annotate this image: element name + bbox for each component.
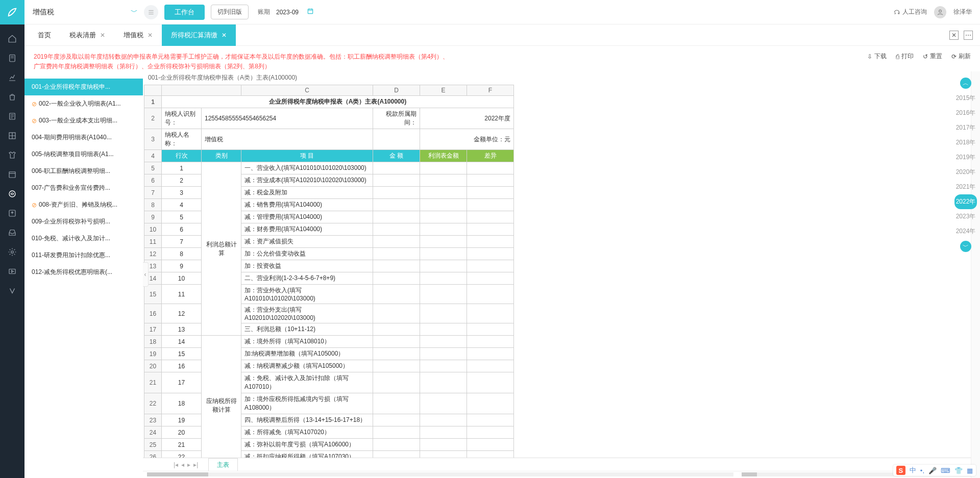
cell[interactable] — [420, 260, 467, 272]
cell[interactable]: 2 — [162, 174, 202, 187]
close-icon[interactable]: ✕ — [148, 32, 153, 39]
row-head[interactable]: 17 — [144, 323, 162, 336]
cell[interactable] — [373, 187, 420, 199]
cell[interactable] — [420, 439, 467, 451]
cell[interactable]: 应纳税所得额计算 — [202, 336, 241, 458]
cell[interactable] — [420, 223, 467, 236]
nav-export-icon[interactable] — [7, 208, 17, 218]
workbench-button[interactable]: 工作台 — [164, 5, 205, 20]
cell[interactable] — [467, 414, 514, 426]
row-head[interactable]: 20 — [144, 360, 162, 372]
cell[interactable] — [467, 211, 514, 223]
cell[interactable]: 减：境外所得（填写A108010） — [241, 336, 373, 348]
cell[interactable]: 125545855554554656254 — [202, 108, 373, 129]
col-head-c[interactable]: C — [241, 85, 373, 96]
cell[interactable]: 8 — [162, 248, 202, 260]
year-pill[interactable]: 2016年 — [954, 106, 977, 120]
cell[interactable] — [373, 174, 420, 187]
cell[interactable] — [373, 426, 420, 439]
cell[interactable] — [373, 285, 420, 304]
tree-item[interactable]: ⊘008-资产折旧、摊销及纳税... — [24, 196, 143, 213]
cell[interactable] — [373, 129, 420, 150]
sheet-last-icon[interactable]: ▸| — [193, 461, 198, 468]
cell[interactable]: 减：财务费用(填写A104000) — [241, 223, 373, 236]
cell[interactable]: 17 — [162, 372, 202, 393]
cell[interactable]: 加：境外应税所得抵减境内亏损（填写A108000） — [241, 393, 373, 414]
tree-item[interactable]: ⊘002-一般企业收入明细表(A1... — [24, 95, 143, 112]
row-head[interactable]: 24 — [144, 426, 162, 439]
cell[interactable] — [467, 372, 514, 393]
company-select[interactable]: 增值税 ﹀ — [33, 8, 138, 17]
row-head[interactable]: 19 — [144, 348, 162, 360]
cell[interactable]: 2022年度 — [420, 108, 514, 129]
consult-link[interactable]: 人工咨询 — [893, 8, 927, 16]
nav-calendar-icon[interactable] — [7, 169, 17, 180]
cell[interactable] — [420, 426, 467, 439]
row-head[interactable]: 1 — [144, 96, 162, 108]
cell[interactable]: 减：营业外支出(填写A102010\102020\103000) — [241, 304, 373, 323]
cell[interactable] — [373, 336, 420, 348]
hscroll[interactable] — [143, 471, 980, 478]
row-head[interactable]: 26 — [144, 451, 162, 458]
cell[interactable] — [373, 451, 420, 458]
ime-lang[interactable]: 中 — [910, 466, 916, 475]
cell[interactable]: 16 — [162, 360, 202, 372]
cell[interactable] — [373, 393, 420, 414]
cell[interactable] — [467, 323, 514, 336]
tree-item[interactable]: 005-纳税调整项目明细表(A1... — [24, 146, 143, 163]
year-pill[interactable]: 2017年 — [954, 120, 977, 135]
cell[interactable] — [420, 248, 467, 260]
cell[interactable] — [420, 414, 467, 426]
cell[interactable]: 14 — [162, 336, 202, 348]
cell[interactable] — [467, 260, 514, 272]
scrollbar-thumb[interactable] — [742, 472, 757, 476]
cell[interactable]: 加：营业外收入(填写A101010\101020\103000) — [241, 285, 373, 304]
cell[interactable] — [420, 174, 467, 187]
close-all-icon[interactable]: ✕ — [949, 31, 959, 40]
row-head[interactable]: 12 — [144, 248, 162, 260]
cell[interactable]: 6 — [162, 223, 202, 236]
row-head[interactable]: 16 — [144, 304, 162, 323]
cell[interactable]: 3 — [162, 187, 202, 199]
cell[interactable]: 项 目 — [241, 150, 373, 162]
cell[interactable]: 12 — [162, 304, 202, 323]
cell[interactable]: 减：税金及附加 — [241, 187, 373, 199]
row-head[interactable]: 2 — [144, 108, 162, 129]
cell[interactable] — [420, 285, 467, 304]
col-head-d[interactable]: D — [373, 85, 420, 96]
tree-item[interactable]: 007-广告费和业务宣传费跨... — [24, 180, 143, 196]
row-head[interactable]: 25 — [144, 439, 162, 451]
year-pill[interactable]: 2023年 — [954, 209, 977, 224]
cell[interactable]: 7 — [162, 236, 202, 248]
tab-taxlist[interactable]: 税表清册✕ — [60, 24, 114, 46]
ime-keyboard-icon[interactable]: ⌨ — [941, 467, 950, 474]
row-head[interactable]: 10 — [144, 223, 162, 236]
cell[interactable]: 企业所得税年度纳税申报表（A类）主表(A100000) — [162, 96, 514, 108]
cell[interactable]: 利润总额计算 — [202, 162, 241, 336]
cell[interactable] — [373, 260, 420, 272]
menu-icon-button[interactable] — [144, 5, 158, 19]
sheet-prev-icon[interactable]: ◂ — [181, 461, 184, 468]
nav-settings-icon[interactable] — [7, 247, 17, 257]
year-up-icon[interactable]: ︿ — [960, 78, 971, 89]
row-head[interactable]: 11 — [144, 236, 162, 248]
cell[interactable]: 加：公允价值变动收益 — [241, 248, 373, 260]
cell[interactable]: 纳税人识别号： — [162, 108, 202, 129]
cell[interactable] — [467, 248, 514, 260]
tab-home[interactable]: 首页 — [29, 24, 60, 46]
cell[interactable] — [420, 336, 467, 348]
cell[interactable]: 19 — [162, 414, 202, 426]
cell[interactable]: 纳税人名称： — [162, 129, 202, 150]
cell[interactable] — [420, 348, 467, 360]
nav-tax-icon[interactable] — [7, 189, 17, 199]
cell[interactable]: 三、利润总额（10+11-12) — [241, 323, 373, 336]
cell[interactable] — [467, 223, 514, 236]
cell[interactable] — [420, 187, 467, 199]
nav-home-icon[interactable] — [7, 34, 17, 44]
year-pill[interactable]: 2015年 — [954, 91, 977, 106]
sheet-tab-main[interactable]: 主表 — [208, 458, 238, 471]
cell[interactable]: 金 额 — [373, 150, 420, 162]
cell[interactable] — [373, 236, 420, 248]
sheet-next-icon[interactable]: ▸ — [187, 461, 190, 468]
tree-item[interactable]: 010-免税、减计收入及加计... — [24, 230, 143, 247]
